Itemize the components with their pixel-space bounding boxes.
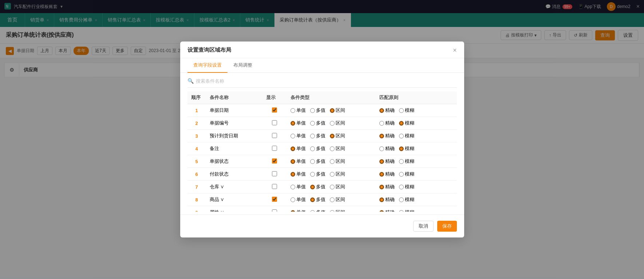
match-radio-精确[interactable]: 精确 — [379, 184, 395, 190]
type-radio-input-区间[interactable] — [330, 134, 335, 138]
type-radio-多值[interactable]: 多值 — [310, 107, 325, 114]
show-checkbox-label[interactable] — [272, 159, 277, 165]
show-checkbox[interactable] — [272, 184, 277, 189]
match-radio-input-精确[interactable] — [379, 197, 384, 202]
type-radio-多值[interactable]: 多值 — [310, 133, 325, 139]
type-radio-区间[interactable]: 区间 — [330, 196, 345, 203]
row-type-cell[interactable]: 单值多值区间 — [287, 181, 376, 193]
tab-layout-adjust[interactable]: 布局调整 — [228, 58, 258, 73]
type-radio-input-区间[interactable] — [330, 197, 335, 202]
type-radio-多值[interactable]: 多值 — [310, 158, 325, 165]
match-radio-精确[interactable]: 精确 — [379, 107, 395, 114]
match-radio-input-模糊[interactable] — [399, 172, 404, 177]
row-show-cell[interactable] — [262, 181, 287, 193]
row-show-cell[interactable] — [262, 193, 287, 206]
match-radio-模糊[interactable]: 模糊 — [399, 120, 414, 126]
type-radio-input-单值[interactable] — [291, 210, 295, 212]
row-match-cell[interactable]: 精确模糊 — [376, 168, 457, 181]
match-radio-模糊[interactable]: 模糊 — [399, 171, 414, 177]
type-radio-input-多值[interactable] — [310, 108, 315, 113]
type-radio-input-单值[interactable] — [291, 108, 295, 113]
match-radio-input-精确[interactable] — [379, 185, 384, 189]
row-match-cell[interactable]: 精确模糊 — [376, 142, 457, 155]
type-radio-区间[interactable]: 区间 — [330, 120, 345, 126]
show-checkbox-label[interactable] — [272, 108, 277, 114]
type-radio-区间[interactable]: 区间 — [330, 209, 345, 212]
row-type-cell[interactable]: 单值多值区间 — [287, 130, 376, 142]
dialog-close-btn[interactable]: × — [453, 47, 457, 54]
match-radio-精确[interactable]: 精确 — [379, 196, 395, 203]
show-checkbox[interactable] — [272, 120, 277, 125]
show-checkbox[interactable] — [272, 209, 277, 212]
match-radio-input-模糊[interactable] — [399, 185, 404, 189]
type-radio-input-单值[interactable] — [291, 197, 295, 202]
row-match-cell[interactable]: 精确模糊 — [376, 155, 457, 168]
match-radio-input-精确[interactable] — [379, 121, 384, 126]
match-radio-input-模糊[interactable] — [399, 159, 404, 164]
show-checkbox-label[interactable] — [272, 146, 277, 152]
match-radio-input-模糊[interactable] — [399, 108, 404, 113]
type-radio-区间[interactable]: 区间 — [330, 133, 345, 139]
match-radio-input-精确[interactable] — [379, 210, 384, 212]
type-radio-多值[interactable]: 多值 — [310, 171, 325, 177]
row-type-cell[interactable]: 单值多值区间 — [287, 168, 376, 181]
type-radio-input-多值[interactable] — [310, 197, 315, 202]
show-checkbox-label[interactable] — [272, 172, 277, 177]
match-radio-精确[interactable]: 精确 — [379, 133, 395, 139]
type-radio-input-多值[interactable] — [310, 121, 315, 126]
type-radio-单值[interactable]: 单值 — [291, 120, 306, 126]
row-type-cell[interactable]: 单值多值区间 — [287, 142, 376, 155]
type-radio-多值[interactable]: 多值 — [310, 120, 325, 126]
match-radio-模糊[interactable]: 模糊 — [399, 184, 414, 190]
match-radio-精确[interactable]: 精确 — [379, 120, 395, 126]
show-checkbox[interactable] — [272, 171, 277, 176]
type-radio-input-多值[interactable] — [310, 146, 315, 151]
row-type-cell[interactable]: 单值多值区间 — [287, 193, 376, 206]
show-checkbox-label[interactable] — [272, 121, 277, 126]
match-radio-input-精确[interactable] — [379, 172, 384, 177]
type-radio-单值[interactable]: 单值 — [291, 133, 306, 139]
show-checkbox[interactable] — [272, 146, 277, 151]
match-radio-精确[interactable]: 精确 — [379, 209, 395, 212]
type-radio-单值[interactable]: 单值 — [291, 209, 306, 212]
type-radio-input-单值[interactable] — [291, 172, 295, 177]
type-radio-input-单值[interactable] — [291, 121, 295, 126]
type-radio-input-区间[interactable] — [330, 172, 335, 177]
match-radio-input-精确[interactable] — [379, 146, 384, 151]
row-show-cell[interactable] — [262, 104, 287, 117]
match-radio-input-模糊[interactable] — [399, 121, 404, 126]
row-show-cell[interactable] — [262, 142, 287, 155]
row-match-cell[interactable]: 精确模糊 — [376, 181, 457, 193]
type-radio-单值[interactable]: 单值 — [291, 171, 306, 177]
type-radio-input-区间[interactable] — [330, 185, 335, 189]
type-radio-input-多值[interactable] — [310, 210, 315, 212]
match-radio-模糊[interactable]: 模糊 — [399, 145, 414, 152]
type-radio-多值[interactable]: 多值 — [310, 209, 325, 212]
show-checkbox-label[interactable] — [272, 197, 277, 203]
row-match-cell[interactable]: 精确模糊 — [376, 104, 457, 117]
tab-query-field[interactable]: 查询字段设置 — [187, 58, 228, 73]
match-radio-input-精确[interactable] — [379, 134, 384, 138]
condition-search-input[interactable] — [196, 78, 269, 84]
row-show-cell[interactable] — [262, 117, 287, 130]
type-radio-区间[interactable]: 区间 — [330, 107, 345, 114]
match-radio-input-模糊[interactable] — [399, 146, 404, 151]
row-type-cell[interactable]: 单值多值区间 — [287, 206, 376, 212]
row-show-cell[interactable] — [262, 130, 287, 142]
match-radio-精确[interactable]: 精确 — [379, 171, 395, 177]
type-radio-input-多值[interactable] — [310, 172, 315, 177]
type-radio-input-区间[interactable] — [330, 108, 335, 113]
show-checkbox-label[interactable] — [272, 210, 277, 212]
row-match-cell[interactable]: 精确模糊 — [376, 206, 457, 212]
match-radio-模糊[interactable]: 模糊 — [399, 133, 414, 139]
match-radio-模糊[interactable]: 模糊 — [399, 209, 414, 212]
row-show-cell[interactable] — [262, 168, 287, 181]
match-radio-input-模糊[interactable] — [399, 134, 404, 138]
show-checkbox-label[interactable] — [272, 185, 277, 190]
type-radio-input-区间[interactable] — [330, 146, 335, 151]
type-radio-单值[interactable]: 单值 — [291, 107, 306, 114]
row-match-cell[interactable]: 精确模糊 — [376, 117, 457, 130]
type-radio-input-多值[interactable] — [310, 159, 315, 164]
show-checkbox[interactable] — [272, 133, 277, 138]
match-radio-模糊[interactable]: 模糊 — [399, 158, 414, 165]
